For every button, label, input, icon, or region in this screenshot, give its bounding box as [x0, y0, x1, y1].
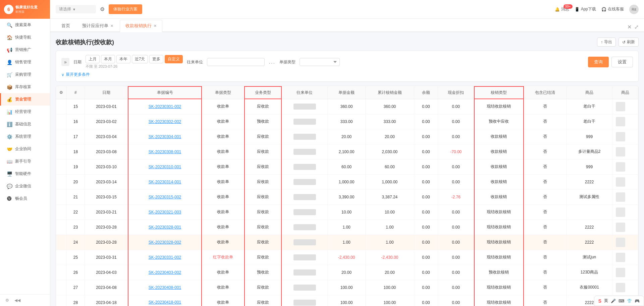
cell-include-settled-0: 否	[524, 99, 567, 114]
refresh-button[interactable]: ↺ 刷新	[619, 38, 639, 47]
col-cancel-type[interactable]: 核销类型	[474, 86, 524, 99]
sidebar-item-system[interactable]: ⚙️ 系统管理	[0, 130, 50, 143]
cell-include-settled-8: 否	[524, 220, 567, 235]
date-btn-7days[interactable]: 近7天	[132, 55, 148, 63]
tab-close-collection[interactable]: ✕	[154, 24, 157, 28]
sidebar-item-marketing[interactable]: 📢 营销推广	[0, 44, 50, 56]
bill-no-link-4[interactable]: SK-20230310-001	[149, 165, 181, 169]
sidebar-item-wechat[interactable]: 💬 企业微信	[0, 180, 50, 192]
cell-goods-img-4	[612, 159, 638, 174]
cell-goods-img-1	[612, 114, 638, 129]
bill-no-link-3[interactable]: SK-20230308-001	[149, 149, 181, 154]
cell-goods-10: 测试jun	[567, 250, 612, 265]
filter-expand-button[interactable]: »	[61, 58, 69, 66]
cell-cancel-type-0: 现结收款核销	[474, 99, 524, 114]
cell-bill-no-12[interactable]: SK-20230408-001	[128, 280, 202, 295]
online-support-button[interactable]: 🎧 在线客服	[601, 6, 624, 12]
sougou-mic-icon[interactable]: 🎤	[611, 299, 616, 303]
date-btn-last-month[interactable]: 上月	[86, 55, 100, 63]
cell-goods-2: 999	[567, 129, 612, 144]
close-tab-icon[interactable]: ✕	[627, 24, 632, 30]
sidebar-item-member[interactable]: 🅥 畅会员	[0, 192, 50, 205]
query-button[interactable]: 查询	[588, 57, 609, 67]
bill-no-link-7[interactable]: SK-20230321-003	[149, 210, 181, 215]
date-btn-this-year[interactable]: 本年	[116, 55, 130, 63]
cell-cash-discount-0: 0.00	[438, 99, 474, 114]
bill-no-link-9[interactable]: SK-20230328-002	[149, 240, 181, 245]
bill-no-link-5[interactable]: SK-20230314-001	[149, 180, 181, 184]
app-download-button[interactable]: 📱 App下载	[575, 6, 596, 12]
cell-bill-no-9[interactable]: SK-20230328-002	[128, 235, 202, 250]
cell-bill-no-10[interactable]: SK-20230331-002	[128, 250, 202, 265]
sidebar-gear-icon[interactable]: ⚙	[5, 298, 9, 303]
bill-no-link-0[interactable]: SK-20230301-002	[149, 104, 181, 109]
cell-goods-9: 2222	[567, 235, 612, 250]
company-filter-input[interactable]	[207, 58, 265, 66]
col-biz-type[interactable]: 业务类型	[245, 86, 281, 99]
tab-collection[interactable]: 收款核销执行✕	[120, 20, 162, 32]
cell-goods-3: 多计量商品2	[567, 144, 612, 159]
filter-setting-button[interactable]: 设置	[611, 57, 633, 67]
bill-no-link-2[interactable]: SK-20230304-001	[149, 134, 181, 139]
filter-expand-more[interactable]: ∨ 展开更多条件	[61, 72, 633, 77]
sougou-game-icon[interactable]: 🎮	[635, 299, 640, 303]
col-settings[interactable]: ⚙	[56, 86, 67, 99]
cell-num-5: 20	[67, 174, 85, 189]
sidebar-item-sales[interactable]: 👤 销售管理	[0, 56, 50, 68]
cell-bill-no-6[interactable]: SK-20230315-002	[128, 189, 202, 204]
tab-home[interactable]: 首页	[56, 20, 76, 32]
sidebar-collapse-icon[interactable]: ◀◀	[14, 298, 20, 303]
sidebar-item-shortcuts[interactable]: 🏠 快捷导航	[0, 31, 50, 44]
cell-include-settled-1: 否	[524, 114, 567, 129]
bill-no-link-1[interactable]: SK-20230302-002	[149, 119, 181, 124]
cell-bill-no-0[interactable]: SK-20230301-002	[128, 99, 202, 114]
cell-bill-no-5[interactable]: SK-20230314-001	[128, 174, 202, 189]
cell-bill-no-8[interactable]: SK-20230328-001	[128, 220, 202, 235]
cell-settings-11	[56, 265, 67, 280]
user-avatar[interactable]: Rit	[629, 5, 639, 14]
sidebar-item-purchase[interactable]: 🛒 采购管理	[0, 68, 50, 81]
bill-no-link-11[interactable]: SK-20230403-002	[149, 270, 181, 275]
bill-no-link-6[interactable]: SK-20230315-002	[149, 195, 181, 199]
cell-bill-no-3[interactable]: SK-20230308-001	[128, 144, 202, 159]
sidebar-item-hardware[interactable]: 🖥️ 智能硬件	[0, 168, 50, 180]
enterprise-icon: 🤝	[6, 146, 12, 152]
inventory-icon: 📦	[6, 84, 12, 90]
cell-bill-no-4[interactable]: SK-20230310-001	[128, 159, 202, 174]
tab-close-receivable[interactable]: ✕	[110, 24, 113, 28]
date-btn-this-month[interactable]: 本月	[101, 55, 115, 63]
breadcrumb-selector[interactable]: 请选择 ▾	[56, 5, 96, 13]
cell-goods-5: 2222	[567, 174, 612, 189]
tab-receivable[interactable]: 预计应应付单✕	[76, 20, 119, 32]
cell-bill-no-7[interactable]: SK-20230321-003	[128, 204, 202, 220]
page-title-actions: ↑ 导出 ↺ 刷新	[597, 38, 639, 47]
sougou-input-bar[interactable]: S 英 🎤 ⌨ 👕 🎮	[594, 296, 644, 306]
solution-button[interactable]: 体验行业方案	[109, 4, 142, 14]
col-bill-no[interactable]: 单据编号	[128, 86, 202, 99]
sougou-shirt-icon[interactable]: 👕	[627, 299, 632, 303]
cell-bill-no-1[interactable]: SK-20230302-002	[128, 114, 202, 129]
sidebar-item-finance[interactable]: 💰 资金管理	[0, 93, 50, 106]
date-btn-more[interactable]: 更多	[149, 55, 163, 63]
export-button[interactable]: ↑ 导出	[597, 38, 616, 47]
sidebar-item-guide[interactable]: 📖 新手引导	[0, 155, 50, 168]
bill-no-link-13[interactable]: SK-20230418-001	[149, 300, 181, 305]
cell-num-3: 18	[67, 144, 85, 159]
bill-no-link-8[interactable]: SK-20230328-001	[149, 225, 181, 230]
bill-no-link-12[interactable]: SK-20230408-001	[149, 285, 181, 290]
sidebar-item-enterprise[interactable]: 🤝 企业协同	[0, 143, 50, 155]
sidebar-item-inventory[interactable]: 📦 库存核算	[0, 81, 50, 93]
sidebar-item-operation[interactable]: 📊 经营管理	[0, 106, 50, 118]
sidebar-item-search[interactable]: 🔍 搜索菜单	[0, 19, 50, 31]
sougou-keyboard-icon[interactable]: ⌨	[619, 299, 624, 303]
cell-bill-no-13[interactable]: SK-20230418-001	[128, 295, 202, 306]
cell-bill-no-11[interactable]: SK-20230403-002	[128, 265, 202, 280]
cell-bill-no-2[interactable]: SK-20230304-001	[128, 129, 202, 144]
bill-type-select[interactable]	[300, 58, 340, 66]
expand-tab-icon[interactable]: ⤢	[634, 24, 639, 30]
date-btn-custom[interactable]: 自定义	[165, 55, 183, 63]
settings-icon[interactable]: ⚙	[100, 6, 105, 12]
bill-no-link-10[interactable]: SK-20230331-002	[149, 255, 181, 260]
notification-button[interactable]: 🔔 消息 99+	[555, 6, 569, 12]
sidebar-item-base[interactable]: ℹ️ 基础信息	[0, 118, 50, 130]
